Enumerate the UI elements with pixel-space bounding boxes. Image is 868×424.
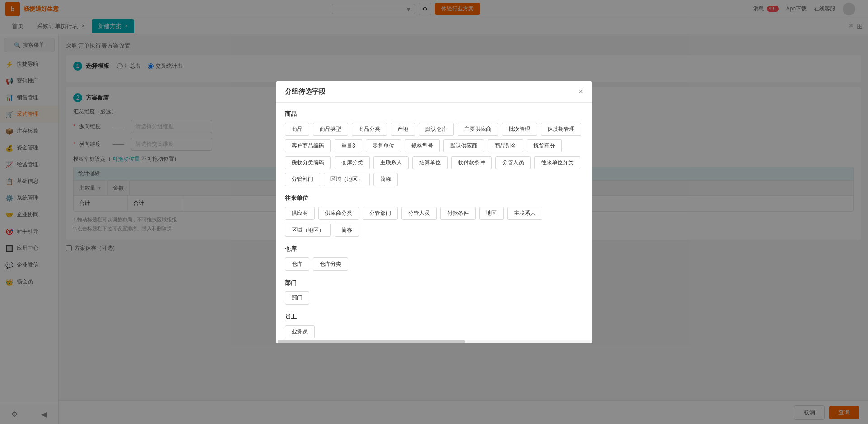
field-group-employee: 员工 业务员: [285, 313, 583, 338]
chip-goods-21[interactable]: 往来单位分类: [534, 156, 580, 169]
modal-overlay[interactable]: 分组待选字段 × 商品 商品 商品类型 商品分类 产地 默认仓库 主要供应商 批…: [0, 0, 868, 424]
chip-partner-1[interactable]: 供应商分类: [318, 207, 359, 220]
chip-partner-8[interactable]: 简称: [335, 224, 359, 237]
modal-hscroll-thumb[interactable]: [278, 340, 465, 343]
chip-goods-13[interactable]: 商品别名: [488, 139, 523, 152]
modal-close-button[interactable]: ×: [578, 87, 583, 95]
chip-goods-22[interactable]: 分管部门: [285, 173, 320, 186]
field-group-employee-title: 员工: [285, 313, 583, 321]
modal-dialog: 分组待选字段 × 商品 商品 商品类型 商品分类 产地 默认仓库 主要供应商 批…: [276, 81, 592, 343]
chip-partner-5[interactable]: 地区: [479, 207, 504, 220]
chip-warehouse-0[interactable]: 仓库: [285, 257, 309, 271]
chip-goods-14[interactable]: 拣货积分: [527, 139, 562, 152]
chip-goods-6[interactable]: 批次管理: [502, 123, 537, 136]
chip-goods-2[interactable]: 商品分类: [352, 123, 387, 136]
field-group-partner: 往来单位 供应商 供应商分类 分管部门 分管人员 付款条件 地区 主联系人 区域…: [285, 194, 583, 237]
chip-goods-20[interactable]: 分管人员: [495, 156, 531, 169]
chip-goods-4[interactable]: 默认仓库: [419, 123, 454, 136]
chip-goods-8[interactable]: 客户商品编码: [285, 139, 331, 152]
field-chips-warehouse: 仓库 仓库分类: [285, 257, 583, 271]
modal-title: 分组待选字段: [285, 87, 326, 96]
chip-goods-17[interactable]: 主联系人: [373, 156, 409, 169]
field-chips-goods: 商品 商品类型 商品分类 产地 默认仓库 主要供应商 批次管理 保质期管理 客户…: [285, 123, 583, 186]
chip-partner-3[interactable]: 分管人员: [401, 207, 437, 220]
chip-goods-3[interactable]: 产地: [391, 123, 415, 136]
chip-goods-12[interactable]: 默认供应商: [443, 139, 484, 152]
chip-warehouse-1[interactable]: 仓库分类: [313, 257, 348, 271]
chip-goods-1[interactable]: 商品类型: [313, 123, 348, 136]
modal-body: 商品 商品 商品类型 商品分类 产地 默认仓库 主要供应商 批次管理 保质期管理…: [276, 103, 592, 340]
chip-goods-5[interactable]: 主要供应商: [458, 123, 498, 136]
chip-goods-24[interactable]: 简称: [373, 173, 398, 186]
field-group-goods: 商品 商品 商品类型 商品分类 产地 默认仓库 主要供应商 批次管理 保质期管理…: [285, 110, 583, 186]
chip-goods-7[interactable]: 保质期管理: [541, 123, 581, 136]
field-group-warehouse-title: 仓库: [285, 245, 583, 253]
chip-goods-10[interactable]: 零售单位: [366, 139, 401, 152]
field-group-partner-title: 往来单位: [285, 194, 583, 202]
modal-horizontal-scrollbar[interactable]: [276, 340, 592, 343]
chip-goods-9[interactable]: 重量3: [335, 139, 362, 152]
chip-department-0[interactable]: 部门: [285, 291, 309, 305]
chip-partner-0[interactable]: 供应商: [285, 207, 315, 220]
chip-goods-15[interactable]: 税收分类编码: [285, 156, 331, 169]
chip-goods-23[interactable]: 区域（地区）: [324, 173, 370, 186]
field-chips-employee: 业务员: [285, 325, 583, 338]
field-group-department-title: 部门: [285, 279, 583, 287]
chip-goods-18[interactable]: 结算单位: [412, 156, 448, 169]
chip-goods-11[interactable]: 规格型号: [405, 139, 440, 152]
chip-partner-2[interactable]: 分管部门: [363, 207, 398, 220]
field-group-goods-title: 商品: [285, 110, 583, 118]
chip-partner-4[interactable]: 付款条件: [440, 207, 476, 220]
chip-goods-19[interactable]: 收付款条件: [451, 156, 492, 169]
chip-goods-0[interactable]: 商品: [285, 123, 309, 136]
field-group-warehouse: 仓库 仓库 仓库分类: [285, 245, 583, 271]
chip-goods-16[interactable]: 仓库分类: [335, 156, 370, 169]
field-chips-department: 部门: [285, 291, 583, 305]
modal-header: 分组待选字段 ×: [276, 81, 592, 103]
chip-partner-7[interactable]: 区域（地区）: [285, 224, 331, 237]
chip-employee-0[interactable]: 业务员: [285, 325, 315, 338]
field-group-department: 部门 部门: [285, 279, 583, 305]
chip-partner-6[interactable]: 主联系人: [507, 207, 542, 220]
field-chips-partner: 供应商 供应商分类 分管部门 分管人员 付款条件 地区 主联系人 区域（地区） …: [285, 207, 583, 237]
